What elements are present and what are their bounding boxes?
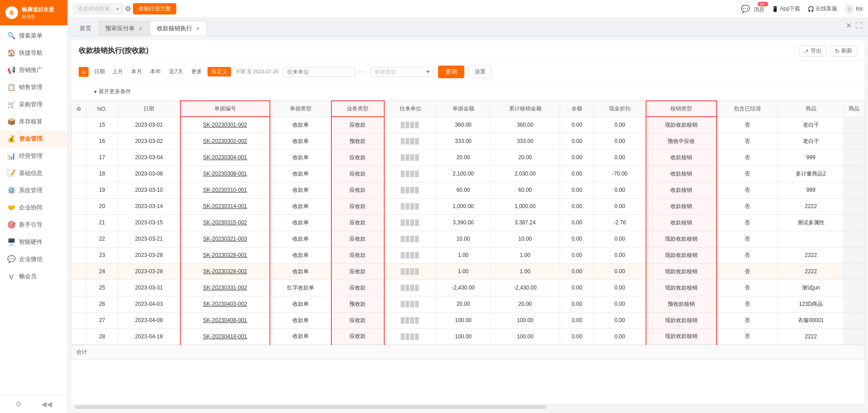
- expand-down-icon: ▾: [94, 89, 97, 95]
- this-year-btn[interactable]: 本年: [147, 67, 164, 76]
- export-button[interactable]: ↗ 导出: [799, 45, 826, 57]
- row-gear[interactable]: [72, 182, 86, 198]
- sidebar-item-corp[interactable]: 🤝 企业协同: [0, 199, 67, 216]
- row-bill-no[interactable]: SK-20230304-001: [180, 149, 270, 166]
- tab-verify-exec[interactable]: 收款核销执行 ✕: [150, 21, 207, 36]
- row-bill-type: 收款单: [270, 166, 331, 182]
- row-gear[interactable]: [72, 328, 86, 345]
- sidebar-item-sales[interactable]: 📋 销售管理: [0, 79, 67, 96]
- sidebar-item-quick-nav[interactable]: 🏠 快捷导航: [0, 44, 67, 62]
- refresh-button[interactable]: ↻ 刷新: [830, 45, 857, 57]
- top-settings-icon[interactable]: ⚙: [125, 5, 131, 13]
- filter-setting-button[interactable]: 设置: [469, 65, 491, 78]
- row-gear[interactable]: [72, 117, 86, 133]
- row-bill-no[interactable]: SK-20230310-001: [180, 182, 270, 198]
- row-gear[interactable]: [72, 280, 86, 296]
- row-verify-type: 现款收款核销: [646, 231, 717, 247]
- row-gear[interactable]: [72, 166, 86, 182]
- sidebar-item-guide[interactable]: 🎯 新手引导: [0, 216, 67, 233]
- row-gear[interactable]: [72, 231, 86, 247]
- row-date: 2023-04-03: [118, 296, 180, 312]
- top-header: 请选择或搜索... ▾ ⚙ 体验行业方案 💬 99+ 消息 📱 App下载 🎧 …: [68, 0, 868, 18]
- app-download-action[interactable]: 📱 App下载: [772, 5, 800, 13]
- gear-icon[interactable]: ⚙: [76, 106, 81, 112]
- col-partner: 往来单位: [384, 101, 436, 117]
- row-gear[interactable]: [72, 296, 86, 312]
- tab-maximize-icon[interactable]: ⛶: [855, 22, 863, 30]
- breadcrumb-selector[interactable]: 请选择或搜索... ▾: [73, 4, 123, 14]
- sidebar-item-purchase[interactable]: 🛒 采购管理: [0, 96, 67, 113]
- last-month-btn[interactable]: 上月: [109, 67, 126, 76]
- row-bill-no[interactable]: SK-20230331-002: [180, 280, 270, 296]
- tab-bar: 首页 预审应付单 ✕ 收款核销执行 ✕ ✕ ⛶: [68, 18, 868, 36]
- tab-home[interactable]: 首页: [73, 21, 98, 36]
- filter-toggle-btn[interactable]: »: [79, 67, 89, 77]
- row-gear[interactable]: [72, 263, 86, 280]
- row-bill-no[interactable]: SK-20230315-002: [180, 214, 270, 231]
- partner-more-icon[interactable]: ···: [357, 68, 366, 76]
- row-bill-no[interactable]: SK-20230408-001: [180, 312, 270, 328]
- sidebar-item-system[interactable]: ⚙️ 系统管理: [0, 182, 67, 199]
- row-incl-settled: 否: [717, 198, 778, 214]
- row-date: 2023-03-02: [118, 133, 180, 149]
- solution-button[interactable]: 体验行业方案: [133, 3, 176, 14]
- this-month-btn[interactable]: 本月: [128, 67, 145, 76]
- sidebar-item-member[interactable]: V 畅会员: [0, 268, 67, 285]
- sidebar-item-hardware[interactable]: 🖥️ 智能硬件: [0, 233, 67, 251]
- row-amount: 20.00: [436, 149, 490, 166]
- row-amount: 20.00: [436, 296, 490, 312]
- expand-more-btn[interactable]: ▾ 展开更多条件: [94, 86, 857, 97]
- custom-date-btn[interactable]: 自定义: [208, 67, 231, 76]
- tab-close-all-icon[interactable]: ✕: [846, 21, 852, 30]
- row-partner: ████: [384, 149, 436, 166]
- row-bill-no[interactable]: SK-20230418-001: [180, 328, 270, 345]
- sidebar-item-basic[interactable]: 📝 基础信息: [0, 165, 67, 182]
- row-cash-discount: 0.00: [594, 117, 646, 133]
- row-bill-no[interactable]: SK-20230321-003: [180, 231, 270, 247]
- more-date-btn[interactable]: 更多: [189, 67, 205, 76]
- query-button[interactable]: 查询: [438, 66, 464, 78]
- user-name-action[interactable]: R Rit: [844, 4, 863, 14]
- row-bill-no[interactable]: SK-20230328-002: [180, 263, 270, 280]
- row-gear[interactable]: [72, 133, 86, 149]
- row-gear[interactable]: [72, 149, 86, 166]
- sidebar-item-wechat[interactable]: 💬 企业微信: [0, 251, 67, 268]
- col-gear[interactable]: ⚙: [72, 101, 86, 117]
- row-gear[interactable]: [72, 214, 86, 231]
- row-gear[interactable]: [72, 247, 86, 263]
- bill-type-select[interactable]: 单据类型: [370, 67, 434, 77]
- tab-close-verify-exec[interactable]: ✕: [196, 26, 200, 32]
- online-service-action[interactable]: 🎧 在线客服: [807, 5, 837, 13]
- row-bill-no[interactable]: SK-20230302-002: [180, 133, 270, 149]
- row-bill-no[interactable]: SK-20230308-001: [180, 166, 270, 182]
- settings-bottom-icon[interactable]: ⚙: [15, 400, 22, 408]
- collapse-icon[interactable]: ◀◀: [41, 400, 52, 408]
- row-bill-no[interactable]: SK-20230301-002: [180, 117, 270, 133]
- table-wrap[interactable]: ⚙ NO. 日期 单据编号 单据类型 业务类型 往来单位 单据金额 累计核销金额…: [71, 100, 864, 404]
- sidebar-item-capital[interactable]: 💰 资金管理: [0, 130, 67, 147]
- sidebar-item-search[interactable]: 🔍 搜索菜单: [0, 27, 67, 44]
- row-no: 16: [86, 133, 118, 149]
- message-badge: 99+: [758, 2, 768, 6]
- row-bill-no[interactable]: SK-20230403-002: [180, 296, 270, 312]
- row-biz-type: 应收款: [331, 198, 384, 214]
- sidebar-item-inventory[interactable]: 📦 库存核算: [0, 113, 67, 130]
- horizontal-scrollbar[interactable]: [71, 404, 864, 409]
- last-7days-btn[interactable]: 近7天: [166, 67, 186, 76]
- scroll-thumb[interactable]: [75, 405, 547, 409]
- tab-close-pre-apply[interactable]: ✕: [138, 26, 142, 32]
- row-cash-discount: 0.00: [594, 296, 646, 312]
- row-gear[interactable]: [72, 198, 86, 214]
- tab-pre-apply[interactable]: 预审应付单 ✕: [99, 21, 149, 36]
- row-date: 2023-04-08: [118, 312, 180, 328]
- message-icon-wrapper[interactable]: 💬 99+ 消息: [741, 5, 764, 14]
- row-gear[interactable]: [72, 312, 86, 328]
- row-bill-no[interactable]: SK-20230328-001: [180, 247, 270, 263]
- row-bill-no[interactable]: SK-20230314-001: [180, 198, 270, 214]
- sidebar-item-operation[interactable]: 📊 经营管理: [0, 147, 67, 165]
- sidebar-item-marketing[interactable]: 📢 营销推广: [0, 62, 67, 79]
- row-balance: 0.00: [560, 166, 594, 182]
- row-verify-type: 收款核销: [646, 182, 717, 198]
- partner-input[interactable]: [283, 67, 355, 77]
- row-goods-img: [844, 247, 864, 263]
